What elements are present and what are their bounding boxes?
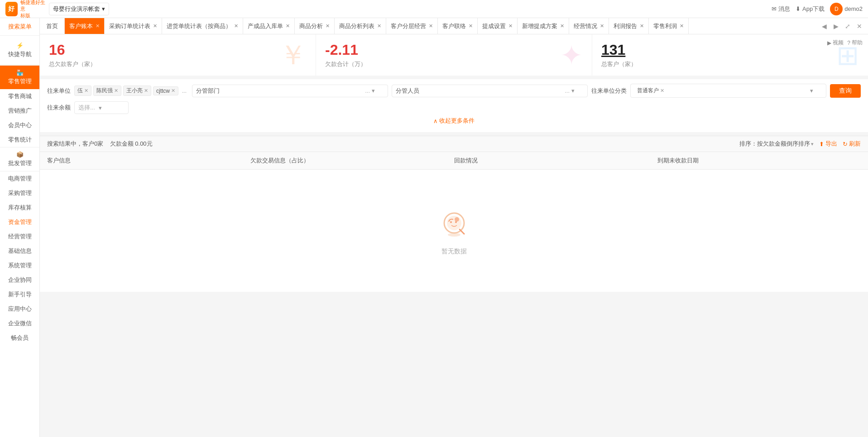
top-bar-left: 好 畅捷通好生意 标版 母婴行业演示帐套 ▾ <box>5 0 109 19</box>
tab-controls: ◀ ▶ ⤢ ✕ <box>815 21 868 31</box>
close-tab-customer-contact[interactable]: ✕ <box>469 23 473 29</box>
sidebar-subitem-retail-stats[interactable]: 零售统计 <box>0 133 39 147</box>
sidebar-subitem-marketing[interactable]: 营销推广 <box>0 104 39 118</box>
tab-purchase-order-stats[interactable]: 采购订单统计表 ✕ <box>105 18 162 34</box>
remove-tag-chen[interactable]: ✕ <box>114 88 118 94</box>
sidebar-subitem-members[interactable]: 会员中心 <box>0 118 39 133</box>
close-tab-profit-report[interactable]: ✕ <box>640 23 644 29</box>
download-icon: ⬇ <box>796 5 801 12</box>
tab-customer-contact[interactable]: 客户联络 ✕ <box>438 18 478 34</box>
filter-label-unit: 往来单位 <box>47 87 71 95</box>
close-tab-incoming-stats-product[interactable]: ✕ <box>234 23 238 29</box>
sidebar-item-enterprise-wechat[interactable]: 企业微信 <box>0 316 39 331</box>
close-tab-retail-profit[interactable]: ✕ <box>680 23 684 29</box>
stat-label-debt-customers: 总欠款客户（家） <box>49 60 96 68</box>
remove-tag-company[interactable]: ✕ <box>84 88 88 94</box>
close-tab-product-analysis[interactable]: ✕ <box>326 23 330 29</box>
close-tab-customer-segment[interactable]: ✕ <box>429 23 433 29</box>
empty-state: 暂无数据 <box>40 170 868 292</box>
tab-customer-accounts[interactable]: 客户账本 ✕ <box>65 18 105 34</box>
remove-tag-wang[interactable]: ✕ <box>144 88 148 94</box>
tab-production-incoming[interactable]: 产成品入库单 ✕ <box>243 18 295 34</box>
sidebar-item-newcomer[interactable]: 新手引导 <box>0 287 39 302</box>
video-button[interactable]: ▶ 视频 <box>827 39 844 47</box>
sidebar-section-retail: 🏪 零售管理 零售商城 营销推广 会员中心 零售统计 <box>0 65 39 147</box>
help-button[interactable]: ? 帮助 <box>847 39 863 47</box>
sidebar-item-operations[interactable]: 经营管理 <box>0 229 39 244</box>
sort-button[interactable]: 排序：按欠款金额倒序排序 ▾ <box>739 140 814 148</box>
top-right-buttons: ▶ 视频 ? 帮助 <box>827 39 863 47</box>
tab-close-all-button[interactable]: ✕ <box>854 21 864 31</box>
filter-balance-select[interactable]: 选择... ▾ <box>74 101 129 114</box>
data-table: 客户信息 欠款交易信息（占比） 回款情况 到期未收款日期 <box>40 152 868 292</box>
filter-person-select[interactable]: 分管人员 ... ▾ <box>392 85 588 97</box>
filter-category-select[interactable]: 普通客户 ✕ ▾ <box>630 84 826 98</box>
tab-retail-profit[interactable]: 零售利润 ✕ <box>649 18 689 34</box>
sidebar-search[interactable]: 搜索菜单 <box>0 18 39 36</box>
sidebar-item-basic-info[interactable]: 基础信息 <box>0 244 39 258</box>
export-button[interactable]: ⬆ 导出 <box>819 140 837 148</box>
filter-tag-category: 普通客户 ✕ <box>634 86 667 95</box>
query-button[interactable]: 查询 <box>830 84 861 98</box>
stat-label-debt-total: 欠款合计（万） <box>325 60 366 68</box>
tab-incoming-stats-product[interactable]: 进货单统计表（按商品） ✕ <box>162 18 243 34</box>
tab-product-analysis[interactable]: 商品分析 ✕ <box>295 18 335 34</box>
user-menu[interactable]: D demo2 <box>830 3 863 15</box>
sidebar-item-wholesale[interactable]: 📦 批发管理 <box>0 147 39 171</box>
sidebar-item-inventory[interactable]: 库存核算 <box>0 200 39 215</box>
tab-profit-report[interactable]: 利润报告 ✕ <box>609 18 649 34</box>
tab-customer-segment[interactable]: 客户分层经营 ✕ <box>386 18 438 34</box>
logo-icon: 好 <box>5 2 18 16</box>
app-download-button[interactable]: ⬇ App下载 <box>796 5 825 13</box>
sidebar-item-system[interactable]: 系统管理 <box>0 258 39 273</box>
close-tab-customer-accounts[interactable]: ✕ <box>96 23 100 29</box>
top-bar-right: ✉ 消息 ⬇ App下载 D demo2 <box>772 3 863 15</box>
tab-raise-settings[interactable]: 提成设置 ✕ <box>478 18 518 34</box>
sidebar-subitem-retail-mall[interactable]: 零售商城 <box>0 89 39 104</box>
close-tab-add-raise-plan[interactable]: ✕ <box>560 23 564 29</box>
stat-value-total-customers[interactable]: 131 <box>601 42 625 58</box>
quick-nav-icon: ⚡ <box>16 42 24 49</box>
tab-operations-status[interactable]: 经营情况 ✕ <box>569 18 609 34</box>
th-due-date: 到期未收款日期 <box>657 157 861 165</box>
filter-collapse-button[interactable]: ∧ 收起更多条件 <box>47 114 861 128</box>
sidebar-item-finance[interactable]: 资金管理 <box>0 215 39 229</box>
tab-prev-button[interactable]: ◀ <box>819 21 829 31</box>
wholesale-icon: 📦 <box>16 151 24 158</box>
export-icon: ⬆ <box>819 141 824 147</box>
svg-point-2 <box>448 233 460 237</box>
filter-tag-chen: 陈民强 ✕ <box>93 86 121 96</box>
sidebar-item-enterprise-collab[interactable]: 企业协同 <box>0 273 39 287</box>
tab-home[interactable]: 首页 <box>40 18 65 34</box>
remove-category-tag[interactable]: ✕ <box>660 88 664 94</box>
logo-text: 畅捷通好生意 标版 <box>20 0 45 19</box>
org-selector[interactable]: 母婴行业演示帐套 ▾ <box>49 3 109 15</box>
sidebar-item-ecommerce[interactable]: 电商管理 <box>0 171 39 186</box>
play-icon: ▶ <box>827 40 831 46</box>
filter-dept-select[interactable]: 分管部门 ... ▾ <box>192 85 388 97</box>
tab-add-raise-plan[interactable]: 新增提成方案 ✕ <box>518 18 569 34</box>
tab-product-analysis-list[interactable]: 商品分析列表 ✕ <box>335 18 386 34</box>
sidebar-item-quick-nav[interactable]: ⚡ 快捷导航 <box>0 38 39 62</box>
filter-row-1: 往来单位 伍 ✕ 陈民强 ✕ 王小亮 ✕ <box>47 84 861 98</box>
filter-tag-wang: 王小亮 ✕ <box>123 86 151 96</box>
sidebar-item-vip-member[interactable]: 畅会员 <box>0 331 39 345</box>
message-button[interactable]: ✉ 消息 <box>772 5 790 13</box>
sidebar-item-app-center[interactable]: 应用中心 <box>0 302 39 316</box>
close-tab-purchase-order-stats[interactable]: ✕ <box>153 23 157 29</box>
filter-tags-more[interactable]: ... <box>180 87 188 95</box>
sidebar-item-purchase[interactable]: 采购管理 <box>0 186 39 200</box>
remove-tag-cjttcw[interactable]: ✕ <box>171 88 175 94</box>
sidebar-item-retail-mgmt[interactable]: 🏪 零售管理 <box>0 66 39 89</box>
tab-expand-button[interactable]: ⤢ <box>843 21 853 31</box>
refresh-button[interactable]: ↻ 刷新 <box>843 140 861 148</box>
person-select-more-icon: ... <box>565 87 570 94</box>
th-repay-status: 回款情况 <box>454 157 657 165</box>
close-tab-operations-status[interactable]: ✕ <box>600 23 604 29</box>
logo-area: 好 畅捷通好生意 标版 <box>5 0 45 19</box>
stats-header: ￥ 16 总欠款客户（家） ✦ -2.11 欠款合计（万） ⊞ 131 总客户（… <box>40 34 868 76</box>
close-tab-product-analysis-list[interactable]: ✕ <box>377 23 381 29</box>
close-tab-production-incoming[interactable]: ✕ <box>286 23 290 29</box>
tab-next-button[interactable]: ▶ <box>831 21 841 31</box>
close-tab-raise-settings[interactable]: ✕ <box>508 23 513 29</box>
